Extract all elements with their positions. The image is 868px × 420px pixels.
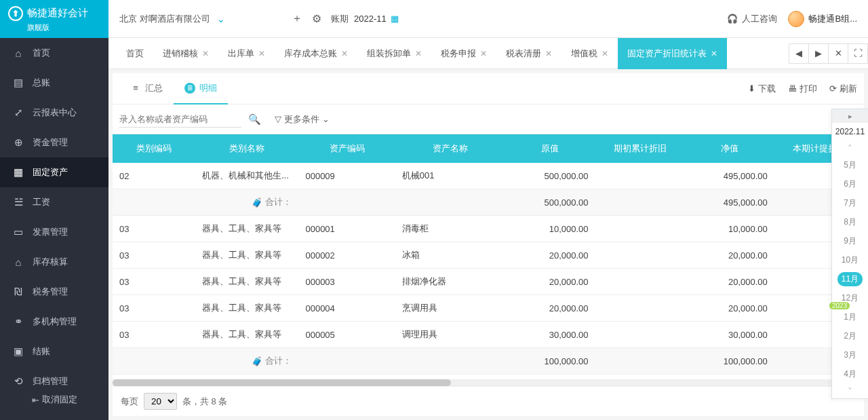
rail-month[interactable]: 20231月 [832, 307, 868, 326]
column-header[interactable]: 净值 [685, 134, 774, 163]
table-row[interactable]: 03 器具、工具、家具等 000001 消毒柜 10,000.00 10,000… [113, 216, 864, 242]
table-scroll[interactable]: 类别编码类别名称资产编码资产名称原值期初累计折旧净值本期计提折旧 02 机器、机… [113, 134, 864, 379]
nav-item[interactable]: ▭发票管理 [0, 217, 108, 247]
tab-close-icon[interactable]: ✕ [480, 49, 487, 58]
cell-cat-code: 03 [113, 322, 195, 348]
tab-close-icon[interactable]: ✕ [341, 49, 348, 58]
rail-month[interactable]: 6月 [832, 174, 868, 193]
rail-month[interactable]: 8月 [832, 212, 868, 231]
column-header[interactable]: 原值 [505, 134, 595, 163]
tab-close-icon[interactable]: ✕ [202, 49, 209, 58]
column-header[interactable]: 期初累计折旧 [595, 134, 685, 163]
rail-month[interactable]: 9月 [832, 231, 868, 250]
tab[interactable]: 出库单✕ [218, 38, 275, 69]
cell-net: 10,000.00 [685, 216, 774, 242]
subtotal-label: 合计： [265, 355, 292, 367]
table-row[interactable]: 03 器具、工具、家具等 000005 调理用具 30,000.00 30,00… [113, 322, 864, 348]
rail-year[interactable]: 2022.11 [832, 123, 868, 140]
cell-cat-name: 器具、工具、家具等 [195, 322, 298, 348]
refresh-button[interactable]: ⟳刷新 [829, 83, 857, 95]
year-badge: 2023 [829, 302, 850, 309]
scrollbar-thumb[interactable] [113, 379, 451, 386]
tab-close-icon[interactable]: ✕ [601, 49, 608, 58]
table-row[interactable]: 03 器具、工具、家具等 000002 冰箱 20,000.00 20,000.… [113, 242, 864, 269]
nav-item[interactable]: ▦固定资产 [0, 157, 108, 187]
table-row[interactable]: 🧳合计： 100,000.00 100,000.00 [113, 348, 864, 375]
tab[interactable]: 进销稽核✕ [153, 38, 218, 69]
tab[interactable]: 库存成本总账✕ [275, 38, 357, 69]
horizontal-scrollbar[interactable] [113, 379, 864, 386]
tab[interactable]: 首页 [117, 38, 153, 69]
tab[interactable]: 税务申报✕ [431, 38, 496, 69]
nav-item[interactable]: ▤总账 [0, 68, 108, 98]
calendar-icon[interactable]: ▦ [391, 14, 399, 24]
add-icon[interactable]: ＋ [292, 12, 302, 26]
table-row[interactable]: 03 器具、工具、家具等 000004 烹调用具 20,000.00 20,00… [113, 295, 864, 322]
search-icon[interactable]: 🔍 [248, 113, 261, 126]
total-text: 条，共 8 条 [182, 396, 227, 408]
column-header[interactable]: 资产名称 [395, 134, 506, 163]
rail-scroll-up[interactable]: ˄ [832, 140, 868, 155]
nav-item[interactable]: ☱工资 [0, 187, 108, 217]
user-menu[interactable]: 畅捷通B组... [788, 11, 857, 27]
subtab-summary[interactable]: ≡ 汇总 [119, 73, 174, 104]
tab[interactable]: 增值税✕ [561, 38, 618, 69]
tab-next-button[interactable]: ▶ [808, 43, 829, 64]
rail-month[interactable]: 2月 [832, 326, 868, 345]
nav-item[interactable]: ⌂首页 [0, 38, 108, 68]
table-row[interactable]: 04 运输工具 000007 奥迪小轿车 200,000.00 200,000.… [113, 375, 864, 380]
tab-close-icon[interactable]: ✕ [545, 49, 552, 58]
nav-label: 资金管理 [33, 136, 68, 149]
tab[interactable]: 固定资产折旧统计表✕ [618, 38, 727, 69]
brand-name: 畅捷通好会计 [27, 7, 88, 20]
rail-month[interactable]: 4月 [832, 364, 868, 383]
search-input[interactable] [119, 111, 241, 128]
tab-close-icon[interactable]: ✕ [415, 49, 422, 58]
cancel-fixed-button[interactable]: ⇤ 取消固定 [0, 387, 108, 412]
rail-collapse[interactable]: ▸ [832, 109, 868, 123]
table-row[interactable]: 🧳合计： 500,000.00 495,000.00 5,000 [113, 189, 864, 216]
pagination: 每页 20 条，共 8 条 [113, 386, 864, 416]
nav-item[interactable]: ⌂库存核算 [0, 247, 108, 277]
cell-orig: 20,000.00 [505, 269, 595, 295]
cell-cat-name: 器具、工具、家具等 [195, 295, 298, 322]
cell-orig: 10,000.00 [505, 216, 595, 242]
print-button[interactable]: 🖶打印 [788, 83, 817, 95]
table-row[interactable]: 03 器具、工具、家具等 000003 排烟净化器 20,000.00 20,0… [113, 269, 864, 295]
rail-month[interactable]: 3月 [832, 345, 868, 364]
rail-month[interactable]: 7月 [832, 193, 868, 212]
tab[interactable]: 组装拆卸单✕ [357, 38, 431, 69]
cell-net: 20,000.00 [685, 295, 774, 322]
gear-icon[interactable]: ⚙ [312, 12, 321, 25]
table-row[interactable]: 02 机器、机械和其他生... 000009 机械001 500,000.00 … [113, 163, 864, 189]
tab-close-icon[interactable]: ✕ [258, 49, 265, 58]
more-filter-button[interactable]: ▽ 更多条件 ⌄ [275, 113, 330, 126]
download-button[interactable]: ⬇下载 [748, 83, 776, 95]
tab-close-button[interactable]: ✕ [828, 43, 848, 64]
nav-label: 总账 [33, 77, 50, 89]
nav-item[interactable]: ⚭多机构管理 [0, 307, 108, 337]
column-header[interactable]: 类别名称 [195, 134, 298, 163]
nav-item[interactable]: ⤢云报表中心 [0, 98, 108, 128]
consult-button[interactable]: 🎧 人工咨询 [727, 13, 777, 25]
per-page-select[interactable]: 20 [144, 393, 177, 410]
subtab-detail[interactable]: ≣ 明细 [174, 73, 228, 104]
company-selector[interactable]: 北京 对啊酒店有限公司 ⌄ [119, 13, 282, 25]
chevron-down-icon: ⌄ [322, 114, 330, 124]
rail-scroll-down[interactable]: ˅ [832, 383, 868, 398]
logo: ⬆ 畅捷通好会计 旗舰版 [0, 0, 108, 38]
nav-item[interactable]: ₪税务管理 [0, 277, 108, 307]
tab-prev-button[interactable]: ◀ [789, 43, 809, 64]
nav-item[interactable]: ▣结账 [0, 337, 108, 366]
fullscreen-button[interactable]: ⛶ [848, 43, 868, 64]
cell-begin-dep [595, 348, 685, 375]
rail-month[interactable]: 11月 [832, 269, 868, 288]
tab-close-icon[interactable]: ✕ [711, 49, 717, 58]
period-value: 2022-11 [354, 14, 387, 24]
nav-item[interactable]: ⊕资金管理 [0, 128, 108, 157]
rail-month[interactable]: 10月 [832, 250, 868, 269]
column-header[interactable]: 类别编码 [113, 134, 195, 163]
column-header[interactable]: 资产编码 [298, 134, 395, 163]
rail-month[interactable]: 5月 [832, 155, 868, 174]
tab[interactable]: 税表清册✕ [496, 38, 561, 69]
